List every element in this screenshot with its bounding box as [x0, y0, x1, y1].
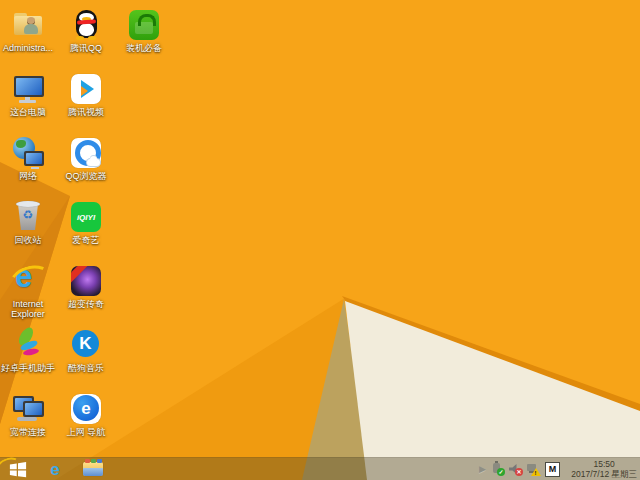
recycle-bin-icon: ♻	[11, 200, 45, 234]
ie-icon: e	[50, 461, 59, 478]
internet-explorer-icon: e	[11, 264, 45, 298]
input-method-indicator[interactable]: M	[545, 462, 560, 477]
desktop-icon-zhuangji-bibei[interactable]: 装机必备	[116, 8, 172, 70]
desktop-icon-internet-explorer[interactable]: e Internet Explorer	[0, 264, 56, 326]
network-globe-icon	[11, 136, 45, 170]
icon-label: 爱奇艺	[73, 235, 100, 245]
desktop-icon-tencent-qq[interactable]: 腾讯QQ	[58, 8, 114, 70]
qq-penguin-icon	[69, 8, 103, 42]
desktop-icon-administrator[interactable]: Administra...	[0, 8, 56, 70]
green-bag-icon	[127, 8, 161, 42]
icon-label: 好卓手机助手	[1, 363, 55, 373]
taskbar-clock[interactable]: 15:50 2017/7/12 星期三	[571, 459, 637, 479]
game-icon	[69, 264, 103, 298]
safely-remove-hardware-icon[interactable]: ✓	[491, 462, 504, 476]
desktop-icon-haozhuo-assistant[interactable]: 好卓手机助手	[0, 328, 56, 390]
system-tray: ▶ ✓ ✕ ! M	[479, 458, 560, 480]
desktop-icon-this-pc[interactable]: 这台电脑	[0, 72, 56, 134]
phone-assistant-icon	[11, 328, 45, 362]
icon-label: Internet Explorer	[0, 299, 56, 319]
clock-time: 15:50	[594, 459, 615, 469]
icon-label: 网络	[19, 171, 37, 181]
desktop-icon-iqiyi[interactable]: iQIYI 爱奇艺	[58, 200, 114, 262]
show-hidden-icons-arrow-icon[interactable]: ▶	[479, 464, 486, 474]
volume-muted-icon[interactable]: ✕	[509, 462, 522, 476]
icon-label: 装机必备	[126, 43, 162, 53]
desktop-icon-broadband[interactable]: 宽带连接	[0, 392, 56, 454]
icon-label: 腾讯视频	[68, 107, 104, 117]
desktop-icon-web-nav[interactable]: e 上网 导航	[58, 392, 114, 454]
taskbar-ie-button[interactable]: e	[36, 458, 74, 480]
taskbar: e ▶ ✓ ✕ ! M 15:50 2017/7/12 星期	[0, 457, 640, 480]
taskbar-explorer-button[interactable]	[74, 458, 112, 480]
icon-label: 这台电脑	[10, 107, 46, 117]
clock-date: 2017/7/12 星期三	[571, 469, 637, 479]
icon-label: 上网 导航	[67, 427, 106, 437]
desktop: Administra... 腾讯QQ 装机必备 这台电脑 腾讯视频	[0, 0, 640, 480]
desktop-icon-qq-browser[interactable]: QQ浏览器	[58, 136, 114, 198]
kugou-icon: K	[69, 328, 103, 362]
icon-label: 腾讯QQ	[70, 43, 102, 53]
icon-label: Administra...	[3, 43, 53, 53]
desktop-icon-tencent-video[interactable]: 腾讯视频	[58, 72, 114, 134]
network-warning-icon[interactable]: !	[527, 462, 540, 476]
icon-label: 宽带连接	[10, 427, 46, 437]
desktop-icon-chuanqi-game[interactable]: 超变传奇	[58, 264, 114, 326]
qq-browser-icon	[69, 136, 103, 170]
file-explorer-icon	[83, 462, 103, 476]
admin-folder-icon	[11, 8, 45, 42]
tencent-video-icon	[69, 72, 103, 106]
icon-label: 酷狗音乐	[68, 363, 104, 373]
broadband-connection-icon	[11, 392, 45, 426]
desktop-icon-network[interactable]: 网络	[0, 136, 56, 198]
icon-label: 回收站	[15, 235, 42, 245]
web-nav-icon: e	[69, 392, 103, 426]
iqiyi-icon: iQIYI	[69, 200, 103, 234]
computer-icon	[11, 72, 45, 106]
desktop-icon-recycle-bin[interactable]: ♻ 回收站	[0, 200, 56, 262]
icon-label: 超变传奇	[68, 299, 104, 309]
icon-label: QQ浏览器	[65, 171, 106, 181]
desktop-icon-kugou-music[interactable]: K 酷狗音乐	[58, 328, 114, 390]
